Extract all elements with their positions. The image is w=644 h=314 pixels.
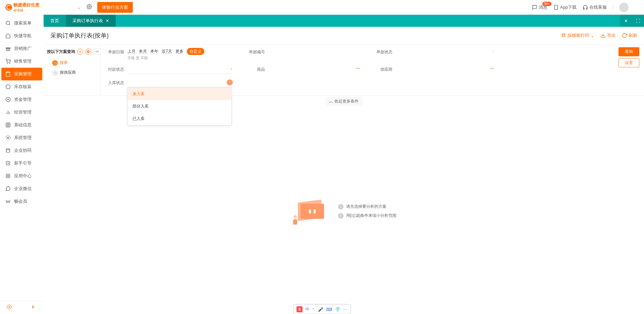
chevron-down-icon[interactable]: ⌄ <box>230 66 233 70</box>
filter-doc-no: 单据编号 <box>246 48 360 61</box>
sidebar-item-guide[interactable]: 新手引导 <box>0 157 44 170</box>
add-scheme-button[interactable]: + <box>77 49 83 55</box>
scheme-inactive-icon: ◷ <box>52 70 58 75</box>
pay-status-select[interactable] <box>127 65 233 73</box>
filter-stock-status: 入库状态 ⌃ 未入库 部分入库 已入库 <box>105 79 233 87</box>
sogou-logo-icon[interactable]: S <box>297 306 303 312</box>
sidebar-item-quicknav[interactable]: 快捷导航 <box>0 29 44 42</box>
guide-icon <box>5 161 11 166</box>
filter-scheme-header: 按以下方案查询 + ⚙ <box>47 49 97 55</box>
collapse-conditions-button[interactable]: ︽ 收起更多条件 <box>325 97 363 106</box>
app-download-link[interactable]: App下载 <box>553 4 577 10</box>
chevron-down-icon[interactable]: ⌄ <box>77 5 81 10</box>
refresh-icon <box>622 33 627 38</box>
svg-rect-1 <box>554 5 557 9</box>
scheme-by-supplier[interactable]: ◷ 按供应商 <box>47 68 97 77</box>
online-service-link[interactable]: 在线客服 <box>583 4 607 10</box>
sidebar-item-wechat[interactable]: 企业微信 <box>0 182 44 195</box>
svg-point-26 <box>7 175 9 177</box>
sidebar-item-marketing[interactable]: 营销推广 <box>0 42 44 55</box>
bag-icon <box>5 71 11 77</box>
logo-sub: 标准版 <box>13 8 40 13</box>
date-opt-more[interactable]: 更多 <box>175 49 183 54</box>
svg-rect-24 <box>6 162 10 165</box>
box-icon <box>5 84 11 89</box>
scheme-by-order[interactable]: ◷ 按单 <box>47 58 97 68</box>
svg-rect-28 <box>32 305 33 308</box>
org-name <box>56 4 77 10</box>
sidebar-item-sales[interactable]: 销售管理 <box>0 55 44 68</box>
date-opt-custom[interactable]: 自定义 <box>187 48 204 55</box>
date-opt-thisyear[interactable]: 本年 <box>150 49 158 54</box>
settings-button[interactable]: 设置 <box>619 58 639 67</box>
settings-icon[interactable] <box>7 304 12 311</box>
sidebar-item-label: 营销推广 <box>14 46 32 52</box>
more-icon[interactable]: ⋯ <box>356 66 360 71</box>
tab-purchase-report[interactable]: 采购订单执行表 ✕ <box>66 15 116 27</box>
dropdown-item-stocked[interactable]: 已入库 <box>128 113 231 125</box>
ime-keyboard-icon[interactable]: ⌨ <box>326 307 332 312</box>
scheme-settings-button[interactable]: ⚙ <box>85 49 91 55</box>
collapse-icon[interactable] <box>32 304 37 311</box>
svg-point-9 <box>10 63 10 63</box>
collapse-panel-button[interactable]: ≪ <box>94 49 100 54</box>
sidebar-item-apps[interactable]: 应用中心 <box>0 170 44 182</box>
sidebar-item-basic[interactable]: 基础信息 <box>0 119 44 131</box>
org-select[interactable] <box>56 4 77 10</box>
gear-icon[interactable] <box>85 3 93 12</box>
dropdown-item-partial[interactable]: 部分入库 <box>128 100 231 113</box>
refresh-button[interactable]: 刷新 <box>622 33 637 39</box>
tab-fullscreen-button[interactable]: ⛶ <box>632 15 644 27</box>
query-button[interactable]: 查询 <box>619 47 639 56</box>
hint-number-icon: 2 <box>338 213 343 218</box>
industry-experience-button[interactable]: 体验行业方案 <box>97 2 133 13</box>
filter-area: 按以下方案查询 + ⚙ ≪ ◷ 按单 ◷ 按供应商 <box>44 45 644 96</box>
more-icon[interactable]: ⋯ <box>490 66 494 71</box>
tab-close-all-button[interactable]: ✕ <box>620 15 632 27</box>
filter-label: 单据编号 <box>246 48 265 55</box>
stock-status-select[interactable] <box>127 79 233 86</box>
ime-skin-icon[interactable]: 👕 <box>335 307 340 312</box>
ime-punct-toggle[interactable]: °, <box>312 307 315 312</box>
dropdown-item-not-stocked[interactable]: 未入库 <box>128 88 231 100</box>
double-chevron-up-icon: ︽ <box>329 99 333 104</box>
export-button[interactable]: 导出 <box>600 33 616 39</box>
doc-status-select[interactable] <box>396 48 494 56</box>
date-opt-7days[interactable]: 近7天 <box>162 49 172 54</box>
export-icon <box>600 33 606 38</box>
date-opt-lastmonth[interactable]: 上月 <box>127 49 136 54</box>
filter-fields: 单据日期 上月 本月 本年 近7天 更多 自定义 不限 <box>101 45 644 96</box>
chevron-up-icon[interactable]: ⌃ <box>227 79 233 85</box>
sidebar-item-collab[interactable]: 企业协同 <box>0 144 44 157</box>
svg-point-8 <box>7 63 7 63</box>
sidebar-item-purchase[interactable]: 采购管理 <box>1 68 42 80</box>
sidebar-item-label: 采购管理 <box>14 71 32 77</box>
ime-more-icon[interactable]: ⋯ <box>343 307 347 312</box>
sidebar-item-finance[interactable]: 资金管理 <box>0 93 44 106</box>
close-icon[interactable]: ✕ <box>106 18 109 23</box>
sidebar-item-system[interactable]: 系统管理 <box>0 131 44 144</box>
doc-no-input[interactable] <box>268 48 360 56</box>
tab-home[interactable]: 首页 <box>44 15 66 27</box>
chevron-down-icon[interactable]: ⌄ <box>491 49 494 53</box>
ime-mic-icon[interactable]: 🎤 <box>318 307 323 312</box>
supplier-input[interactable] <box>396 65 494 73</box>
svg-point-21 <box>7 137 9 138</box>
date-opt-thismonth[interactable]: 本月 <box>139 49 147 54</box>
search-icon <box>5 20 11 26</box>
user-menu[interactable] <box>619 3 639 12</box>
print-button[interactable]: 按模板打印 ⌄ <box>561 33 594 39</box>
sidebar-item-inventory[interactable]: 库存核算 <box>0 80 44 93</box>
sidebar-item-search[interactable]: 搜索菜单 <box>0 17 44 29</box>
ime-toolbar[interactable]: S 中 °, 🎤 ⌨ 👕 ⋯ <box>293 305 351 314</box>
date-range[interactable]: 不限 至 不限 <box>127 56 233 61</box>
team-icon <box>5 148 11 153</box>
sidebar-footer <box>0 301 44 314</box>
system-icon <box>5 135 11 140</box>
empty-state: 1 请先选择要分析的方案 2 用[过滤]条件来缩小分析范围 <box>44 108 644 314</box>
ime-lang-toggle[interactable]: 中 <box>305 306 310 312</box>
sidebar-item-operations[interactable]: 经营管理 <box>0 106 44 119</box>
messages-link[interactable]: 消息 99+ <box>532 4 547 10</box>
goods-input[interactable] <box>268 65 360 73</box>
sidebar-item-vip[interactable]: 畅会员 <box>0 195 44 208</box>
